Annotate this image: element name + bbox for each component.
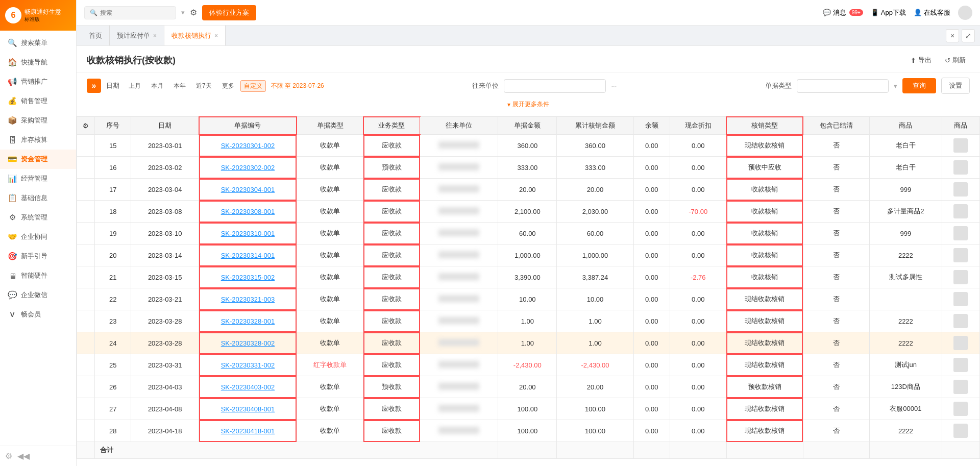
td-doc-type: 收款单	[297, 266, 363, 288]
sidebar-item-marketing[interactable]: 📢 营销推广	[0, 72, 76, 91]
td-seq: 15	[95, 135, 131, 157]
td-balance: 0.00	[633, 354, 670, 376]
td-doc-no[interactable]: SK-20230328-002	[199, 332, 297, 354]
td-doc-no[interactable]: SK-20230301-002	[199, 135, 297, 157]
date-7days[interactable]: 近7天	[192, 80, 216, 92]
tab-collection[interactable]: 收款核销执行 ×	[164, 26, 226, 45]
partner-input[interactable]	[504, 79, 606, 93]
refresh-button[interactable]: ↺ 刷新	[941, 54, 970, 67]
table-row[interactable]: 20 2023-03-14 SK-20230314-001 收款单 应收款 1,…	[77, 244, 980, 266]
td-date: 2023-03-31	[131, 354, 199, 376]
app-download-button[interactable]: 📱 App下载	[871, 8, 906, 17]
export-button[interactable]: ⬆ 导出	[906, 54, 936, 67]
partner-dots[interactable]: ···	[611, 82, 617, 90]
table-row[interactable]: 18 2023-03-08 SK-20230308-001 收款单 应收款 2,…	[77, 201, 980, 223]
table-row[interactable]: 16 2023-03-02 SK-20230302-002 收款单 预收款 33…	[77, 157, 980, 179]
date-last-month[interactable]: 上月	[125, 80, 145, 92]
table-row[interactable]: 23 2023-03-28 SK-20230328-001 收款单 应收款 1.…	[77, 310, 980, 332]
sidebar-item-finance[interactable]: 💳 资金管理	[0, 150, 76, 169]
topbar: 🔍 ▾ ⚙ 体验行业方案 💬 消息 99+ 📱 App下载 👤 在线客服	[77, 0, 980, 26]
date-custom[interactable]: 自定义	[240, 80, 266, 92]
sidebar-item-hardware[interactable]: 🖥 智能硬件	[0, 266, 76, 285]
tab-maximize-button[interactable]: ⤢	[962, 29, 975, 42]
phone-icon: 📱	[871, 9, 879, 16]
tab-prepay-close[interactable]: ×	[153, 32, 157, 39]
sidebar-item-system[interactable]: ⚙ 系统管理	[0, 208, 76, 227]
td-doc-no[interactable]: SK-20230331-002	[199, 354, 297, 376]
table-row[interactable]: 21 2023-03-15 SK-20230315-002 收款单 应收款 3,…	[77, 266, 980, 288]
sidebar-item-inventory[interactable]: 🗄 库存核算	[0, 130, 76, 150]
td-doc-no[interactable]: SK-20230408-001	[199, 398, 297, 420]
table-row[interactable]: 22 2023-03-21 SK-20230321-003 收款单 应收款 10…	[77, 288, 980, 310]
td-doc-no[interactable]: SK-20230304-001	[199, 179, 297, 201]
td-balance: 0.00	[633, 201, 670, 223]
td-date: 2023-03-28	[131, 332, 199, 354]
date-this-year[interactable]: 本年	[169, 80, 190, 92]
collapse-icon[interactable]: ◀◀	[17, 451, 30, 461]
table-row[interactable]: 17 2023-03-04 SK-20230304-001 收款单 应收款 20…	[77, 179, 980, 201]
filter-toggle-button[interactable]: »	[87, 79, 101, 93]
table-row[interactable]: 26 2023-04-03 SK-20230403-002 收款单 预收款 20…	[77, 376, 980, 398]
sidebar-item-quick-nav[interactable]: 🏠 快捷导航	[0, 53, 76, 72]
table-row[interactable]: 19 2023-03-10 SK-20230310-001 收款单 应收款 60…	[77, 223, 980, 244]
online-service-button[interactable]: 👤 在线客服	[914, 8, 950, 17]
sidebar-item-sales[interactable]: 💰 销售管理	[0, 91, 76, 111]
td-write-off-type: 现结收款核销	[726, 398, 803, 420]
topbar-gear-icon[interactable]: ⚙	[190, 8, 197, 17]
td-doc-no[interactable]: SK-20230403-002	[199, 376, 297, 398]
sidebar-item-wechat[interactable]: 💬 企业微信	[0, 285, 76, 305]
td-doc-no[interactable]: SK-20230310-001	[199, 223, 297, 244]
td-biz-type: 应收款	[363, 244, 420, 266]
td-doc-no[interactable]: SK-20230321-003	[199, 288, 297, 310]
search-input[interactable]	[100, 9, 161, 16]
td-include-settled: 否	[803, 244, 869, 266]
td-include-settled: 否	[803, 332, 869, 354]
sidebar-item-purchase[interactable]: 📦 采购管理	[0, 111, 76, 130]
message-button[interactable]: 💬 消息 99+	[823, 8, 863, 17]
table-row[interactable]: 15 2023-03-01 SK-20230301-002 收款单 应收款 36…	[77, 135, 980, 157]
industry-solution-button[interactable]: 体验行业方案	[202, 5, 256, 20]
settings-bottom-icon[interactable]: ⚙	[5, 451, 12, 461]
td-accumulated: -2,430.00	[557, 354, 633, 376]
doc-type-select[interactable]	[797, 79, 889, 93]
date-this-month[interactable]: 本月	[147, 80, 167, 92]
table-row[interactable]: 25 2023-03-31 SK-20230331-002 红字收款单 应收款 …	[77, 354, 980, 376]
td-seq: 23	[95, 310, 131, 332]
user-avatar[interactable]	[958, 6, 972, 20]
query-button[interactable]: 查询	[902, 78, 936, 93]
sidebar-item-collab[interactable]: 🤝 企业协同	[0, 227, 76, 247]
setting-button[interactable]: 设置	[941, 78, 970, 94]
td-doc-no[interactable]: SK-20230328-001	[199, 310, 297, 332]
td-biz-type: 应收款	[363, 201, 420, 223]
tab-collection-close[interactable]: ×	[214, 32, 218, 39]
table-row[interactable]: 27 2023-04-08 SK-20230408-001 收款单 应收款 10…	[77, 398, 980, 420]
td-doc-no[interactable]: SK-20230302-002	[199, 157, 297, 179]
search-box[interactable]: 🔍	[84, 6, 176, 19]
dropdown-arrow-icon[interactable]: ▾	[181, 9, 185, 16]
td-goods: 2222	[870, 310, 942, 332]
sidebar-item-member[interactable]: V 畅会员	[0, 305, 76, 324]
date-more[interactable]: 更多	[218, 80, 238, 92]
tab-home[interactable]: 首页	[82, 26, 110, 45]
sidebar-item-basic[interactable]: 📋 基础信息	[0, 188, 76, 208]
sidebar-bottom: ⚙ ◀◀	[0, 446, 76, 466]
expand-more-button[interactable]: ▾ 展开更多条件	[87, 98, 970, 111]
tab-close-button[interactable]: ×	[946, 29, 959, 42]
sidebar-item-search[interactable]: 🔍 搜索菜单	[0, 33, 76, 53]
td-doc-no[interactable]: SK-20230308-001	[199, 201, 297, 223]
td-doc-no[interactable]: SK-20230314-001	[199, 244, 297, 266]
th-settings[interactable]: ⚙	[77, 117, 95, 135]
td-cash-discount: 0.00	[670, 157, 726, 179]
th-partner: 往来单位	[420, 117, 498, 135]
table-container[interactable]: ⚙ 序号 日期 单据编号 单据类型 业务类型 往来单位 单据金额 累计核销金额 …	[77, 116, 980, 466]
table-row[interactable]: 28 2023-04-18 SK-20230418-001 收款单 应收款 10…	[77, 420, 980, 442]
sidebar-item-operations[interactable]: 📊 经营管理	[0, 169, 76, 188]
table-row[interactable]: 24 2023-03-28 SK-20230328-002 收款单 应收款 1.…	[77, 332, 980, 354]
td-biz-type: 预收款	[363, 376, 420, 398]
td-doc-no[interactable]: SK-20230418-001	[199, 420, 297, 442]
td-doc-no[interactable]: SK-20230315-002	[199, 266, 297, 288]
tab-prepay[interactable]: 预计应付单 ×	[110, 26, 164, 45]
td-settings	[77, 266, 95, 288]
td-goods: 衣服00001	[870, 398, 942, 420]
sidebar-item-guide[interactable]: 🎯 新手引导	[0, 247, 76, 266]
